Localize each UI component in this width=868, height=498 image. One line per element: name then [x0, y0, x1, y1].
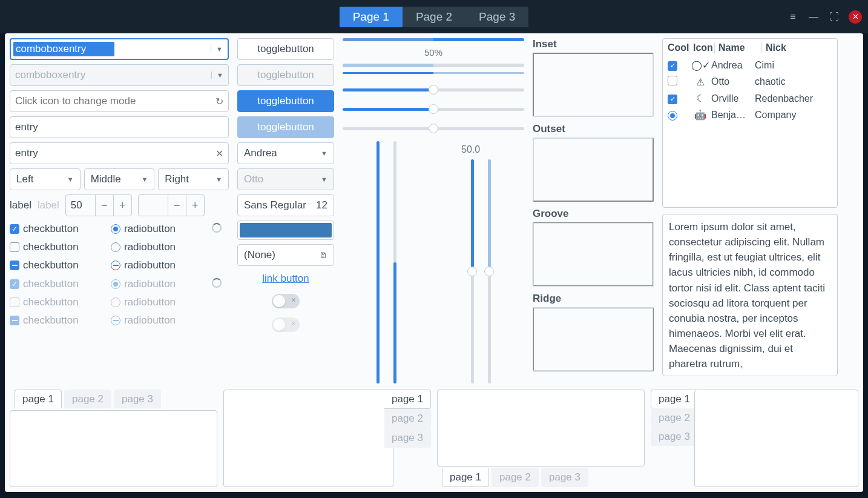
entry-with-icon[interactable]: ↻	[10, 90, 229, 112]
nb-tab-3[interactable]: page 3	[541, 468, 588, 487]
maximize-icon[interactable]: ⛶	[828, 11, 840, 23]
chevron-down-icon[interactable]: ▼	[67, 176, 74, 183]
radiobutton-label: radiobutton	[124, 241, 176, 253]
switch-knob	[273, 295, 285, 307]
textview[interactable]: Lorem ipsum dolor sit amet, consectetur …	[662, 214, 838, 376]
spin-value[interactable]: 50	[66, 199, 95, 211]
notebook-body	[437, 390, 645, 466]
frame-outset-label: Outset	[533, 123, 654, 135]
chevron-down-icon[interactable]: ▼	[211, 45, 228, 53]
table-row[interactable]: ✓ ◯✓ Andrea Cimi	[663, 57, 837, 73]
close-icon[interactable]: ✕	[849, 10, 862, 24]
header-tab-2[interactable]: Page 2	[403, 7, 465, 27]
togglebutton-active-disabled: togglebutton	[237, 116, 334, 138]
nb-tab-1[interactable]: page 1	[651, 390, 697, 408]
combobox-1[interactable]: Andrea▼	[237, 142, 334, 164]
segment-middle[interactable]: Middle▼	[84, 168, 155, 190]
label-1: label	[10, 199, 31, 211]
menu-icon[interactable]: ≡	[787, 11, 799, 23]
checkbutton-checked[interactable]: ✓checkbutton	[10, 223, 100, 235]
radio-on-icon[interactable]	[668, 111, 677, 121]
vscale-1[interactable]	[373, 141, 383, 383]
segment-left[interactable]: Left▼	[10, 168, 81, 190]
chevron-down-icon[interactable]: ▼	[215, 176, 222, 183]
togglebutton-active[interactable]: togglebutton	[237, 90, 334, 112]
chevron-down-icon[interactable]: ▼	[141, 176, 148, 183]
nb-tab-2[interactable]: page 2	[64, 390, 111, 408]
spin-plus-button[interactable]: +	[113, 195, 131, 216]
spinbutton[interactable]: 50 − +	[65, 194, 132, 216]
link-button[interactable]: link button	[237, 270, 334, 287]
radiobutton-label: radiobutton	[124, 278, 176, 290]
th-cool[interactable]: Cool	[668, 42, 689, 53]
nb-tab-1[interactable]: page 1	[442, 468, 489, 487]
minimize-icon[interactable]: —	[807, 11, 820, 23]
entry-mode-input[interactable]	[15, 95, 215, 107]
vscale-4[interactable]	[484, 159, 494, 383]
entries-column: comboboxentry ▼ comboboxentry ▼ ↻ ✕ Left…	[10, 38, 229, 383]
nb-tab-2[interactable]: page 2	[651, 408, 697, 427]
scale-2[interactable]	[343, 107, 524, 112]
radiobutton-label: radiobutton	[124, 259, 176, 271]
radiobutton-off-disabled: radiobutton	[111, 296, 201, 308]
nb-tab-3[interactable]: page 3	[651, 427, 697, 446]
comboboxentry-1[interactable]: comboboxentry ▼	[10, 38, 229, 60]
togglebutton-normal[interactable]: togglebutton	[237, 38, 334, 60]
entry-plain[interactable]	[10, 116, 229, 138]
checkbox-checked-icon[interactable]: ✓	[668, 61, 677, 71]
checkbutton-label: checkbutton	[23, 278, 79, 290]
entry-input-2[interactable]	[15, 147, 215, 159]
scale-1[interactable]	[343, 87, 524, 93]
clear-icon[interactable]: ✕	[215, 148, 223, 159]
spinbutton-disabled: − +	[138, 194, 205, 216]
nb-tab-3[interactable]: page 3	[114, 390, 161, 408]
switch-x-icon: ×	[291, 319, 296, 328]
font-name: Sans Regular	[244, 199, 306, 211]
checkbutton-indeterminate[interactable]: checkbutton	[10, 259, 100, 271]
table-row[interactable]: ✓ ☾ Orville Redenbacher	[663, 90, 837, 107]
nb-tab-1[interactable]: page 1	[384, 390, 431, 409]
radiobutton-indeterminate[interactable]: radiobutton	[111, 259, 201, 271]
nb-tab-2[interactable]: page 2	[492, 468, 539, 487]
progressbar-2	[343, 64, 524, 67]
radiobutton-off[interactable]: radiobutton	[111, 241, 201, 253]
spin-minus-button[interactable]: −	[95, 195, 113, 216]
cell-nick: Redenbacher	[755, 93, 832, 104]
header-tab-1[interactable]: Page 1	[340, 7, 403, 27]
refresh-icon[interactable]: ↻	[215, 96, 223, 107]
header-tabs: Page 1 Page 2 Page 3	[340, 7, 529, 27]
entry-input-1[interactable]	[15, 121, 223, 133]
color-button[interactable]	[237, 221, 334, 240]
vscale-2[interactable]	[390, 141, 399, 383]
font-button[interactable]: Sans Regular12	[237, 194, 334, 216]
comboboxentry-1-text[interactable]: comboboxentry	[13, 42, 114, 56]
radiobutton-on[interactable]: radiobutton	[111, 223, 201, 235]
th-icon[interactable]: Icon	[693, 42, 715, 53]
header-tab-3[interactable]: Page 3	[465, 7, 528, 27]
th-nick[interactable]: Nick	[766, 42, 829, 53]
frame-ridge-box	[533, 307, 654, 371]
table-row[interactable]: 🤖 Benja… Company	[663, 107, 837, 123]
checkbox-empty-icon[interactable]	[668, 76, 677, 85]
nb-tab-2[interactable]: page 2	[384, 409, 431, 428]
table-row[interactable]: ⚠ Otto chaotic	[663, 73, 837, 90]
th-name[interactable]: Name	[718, 42, 762, 53]
combobox-1-value: Andrea	[244, 147, 277, 159]
chevron-down-icon[interactable]: ▼	[321, 150, 327, 157]
nb-tab-1[interactable]: page 1	[15, 390, 62, 408]
nb-tab-3[interactable]: page 3	[384, 428, 431, 448]
treeview[interactable]: Cool Icon Name Nick ✓ ◯✓ Andrea Cimi ⚠ O…	[662, 38, 838, 208]
checkbox-checked-icon[interactable]: ✓	[668, 95, 677, 104]
check-circle-icon: ◯✓	[689, 59, 711, 71]
vscale-3[interactable]: 50.0	[467, 159, 477, 383]
table-header: Cool Icon Name Nick	[663, 39, 837, 57]
entry-clearable[interactable]: ✕	[10, 142, 229, 164]
segment-right[interactable]: Right▼	[158, 168, 229, 190]
segment-row: Left▼ Middle▼ Right▼	[10, 168, 229, 190]
scale-3-no-fill[interactable]	[343, 126, 524, 131]
file-chooser-button[interactable]: (None)🗎	[237, 244, 334, 266]
frame-outset: Outset	[533, 123, 654, 204]
switch-off[interactable]: ×	[272, 294, 300, 308]
label-row: label label 50 − + − +	[10, 194, 229, 216]
checkbutton-unchecked[interactable]: checkbutton	[10, 241, 100, 253]
